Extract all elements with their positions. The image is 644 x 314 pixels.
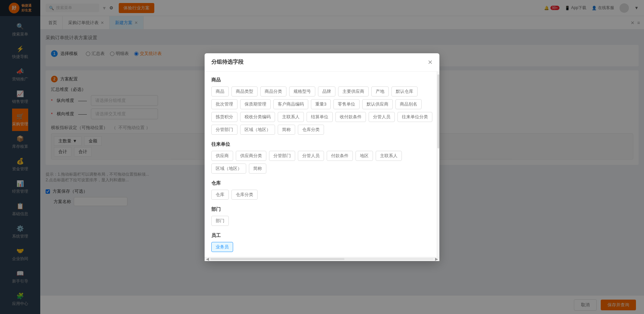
field-tag-0-6[interactable]: 产地 [371, 86, 389, 97]
field-tag-0-0[interactable]: 商品 [211, 86, 229, 97]
modal-vscroll-thumb [437, 74, 439, 148]
modal-header: 分组待选字段 ✕ [205, 53, 439, 72]
hscroll-left-arrow[interactable]: ◀ [206, 257, 210, 261]
field-tag-1-8[interactable]: 简称 [249, 164, 266, 174]
field-grid-4: 业务员 [211, 242, 433, 252]
field-tag-1-4[interactable]: 付款条件 [327, 151, 353, 161]
field-tag-0-16[interactable]: 税收分类编码 [240, 112, 275, 122]
field-tag-0-13[interactable]: 默认供应商 [362, 99, 393, 109]
section-title-4: 员工 [211, 233, 433, 239]
modal-section-3: 部门部门 [211, 206, 433, 226]
field-tag-0-14[interactable]: 商品别名 [395, 99, 422, 109]
hscroll-thumb [210, 258, 344, 260]
field-tag-1-3[interactable]: 分管人员 [298, 151, 324, 161]
field-tag-0-24[interactable]: 简称 [278, 125, 295, 135]
field-tag-1-1[interactable]: 供应商分类 [236, 151, 266, 161]
modal-body[interactable]: 商品商品商品类型商品分类规格型号品牌主要供应商产地默认仓库批次管理保质期管理客户… [205, 72, 439, 257]
hscroll-right-arrow[interactable]: ▶ [434, 257, 438, 261]
section-title-3: 部门 [211, 206, 433, 212]
modal: 分组待选字段 ✕ 商品商品商品类型商品分类规格型号品牌主要供应商产地默认仓库批次… [205, 53, 439, 261]
field-tag-0-23[interactable]: 区域（地区） [240, 125, 275, 135]
field-grid-3: 部门 [211, 216, 433, 226]
field-tag-0-15[interactable]: 拣货积分 [211, 112, 237, 122]
field-tag-0-12[interactable]: 零售单位 [333, 99, 360, 109]
field-tag-0-17[interactable]: 主联系人 [278, 112, 304, 122]
field-tag-0-10[interactable]: 客户商品编码 [273, 99, 308, 109]
field-tag-1-6[interactable]: 主联系人 [376, 151, 402, 161]
modal-close-icon[interactable]: ✕ [428, 59, 433, 66]
field-grid-1: 供应商供应商分类分管部门分管人员付款条件地区主联系人区域（地区）简称 [211, 151, 433, 174]
field-tag-0-22[interactable]: 分管部门 [211, 125, 237, 135]
field-tag-2-1[interactable]: 仓库分类 [231, 190, 258, 200]
field-tag-0-20[interactable]: 分管人员 [369, 112, 395, 122]
modal-section-1: 往来单位供应商供应商分类分管部门分管人员付款条件地区主联系人区域（地区）简称 [211, 141, 433, 174]
hscroll-track [210, 258, 434, 260]
field-tag-1-2[interactable]: 分管部门 [269, 151, 295, 161]
modal-section-0: 商品商品商品类型商品分类规格型号品牌主要供应商产地默认仓库批次管理保质期管理客户… [211, 77, 433, 135]
modal-sections-container: 商品商品商品类型商品分类规格型号品牌主要供应商产地默认仓库批次管理保质期管理客户… [211, 77, 433, 257]
field-tag-0-21[interactable]: 往来单位分类 [397, 112, 432, 122]
modal-vscroll-track[interactable] [437, 72, 439, 257]
modal-title: 分组待选字段 [211, 59, 244, 66]
field-tag-0-1[interactable]: 商品类型 [231, 86, 258, 97]
field-tag-0-25[interactable]: 仓库分类 [298, 125, 324, 135]
field-tag-0-7[interactable]: 默认仓库 [391, 86, 418, 97]
field-tag-0-5[interactable]: 主要供应商 [338, 86, 369, 97]
field-tag-0-4[interactable]: 品牌 [318, 86, 335, 97]
field-tag-0-9[interactable]: 保质期管理 [240, 99, 271, 109]
field-tag-4-0[interactable]: 业务员 [211, 242, 233, 252]
field-tag-0-2[interactable]: 商品分类 [260, 86, 286, 97]
field-tag-1-5[interactable]: 地区 [356, 151, 373, 161]
field-tag-0-11[interactable]: 重量3 [311, 99, 331, 109]
modal-hscroll: ◀ ▶ [205, 257, 439, 261]
field-tag-1-7[interactable]: 区域（地区） [211, 164, 246, 174]
section-title-1: 往来单位 [211, 141, 433, 147]
field-tag-0-18[interactable]: 结算单位 [307, 112, 333, 122]
modal-section-2: 仓库仓库仓库分类 [211, 180, 433, 200]
section-title-2: 仓库 [211, 180, 433, 186]
field-tag-0-19[interactable]: 收付款条件 [335, 112, 366, 122]
field-grid-0: 商品商品类型商品分类规格型号品牌主要供应商产地默认仓库批次管理保质期管理客户商品… [211, 86, 433, 135]
field-tag-1-0[interactable]: 供应商 [211, 151, 233, 161]
field-tag-0-3[interactable]: 规格型号 [289, 86, 315, 97]
field-grid-2: 仓库仓库分类 [211, 190, 433, 200]
modal-section-4: 员工业务员 [211, 233, 433, 252]
modal-overlay: 分组待选字段 ✕ 商品商品商品类型商品分类规格型号品牌主要供应商产地默认仓库批次… [0, 0, 644, 314]
field-tag-0-8[interactable]: 批次管理 [211, 99, 237, 109]
field-tag-2-0[interactable]: 仓库 [211, 190, 229, 200]
section-title-0: 商品 [211, 77, 433, 83]
field-tag-3-0[interactable]: 部门 [211, 216, 229, 226]
